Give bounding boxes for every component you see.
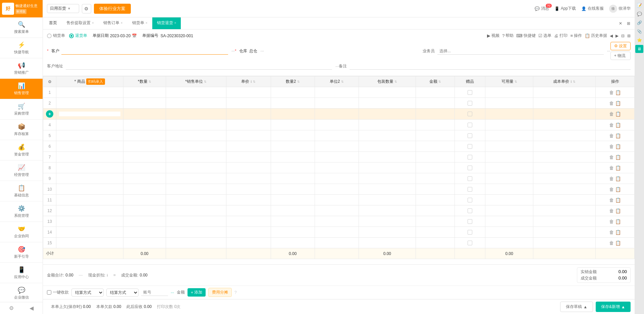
row-15-delete-icon[interactable]: 🗑: [609, 240, 614, 246]
right-toolbar-note-btn[interactable]: 📝: [635, 1, 643, 9]
row-14-sales-unit[interactable]: [166, 227, 226, 238]
sidebar-item-system[interactable]: ⚙️ 系统管理: [0, 201, 43, 222]
row-10-quantity[interactable]: [123, 184, 166, 195]
history-btn[interactable]: 📋 历史单据: [585, 33, 607, 39]
row-15-quantity[interactable]: [123, 238, 166, 248]
row-14-gift[interactable]: [455, 227, 485, 238]
qty2-sort-icon[interactable]: ⇅: [297, 80, 300, 83]
row-1-unit-price[interactable]: [226, 87, 271, 98]
logistics-side-btn[interactable]: + 物流: [610, 52, 631, 60]
row-11-gift[interactable]: [455, 195, 485, 205]
row-2-package-qty[interactable]: [359, 98, 416, 109]
row-4-sales-unit[interactable]: [166, 120, 226, 130]
customer-input[interactable]: [61, 48, 228, 55]
row-4-quantity[interactable]: [123, 120, 166, 130]
sidebar-item-search[interactable]: 🔍 搜索菜单: [0, 17, 43, 38]
gift-checkbox-14[interactable]: [468, 230, 472, 235]
row-15-sales-unit[interactable]: [166, 238, 226, 248]
sidebar-item-newbie[interactable]: 🎯 新手引导: [0, 242, 43, 263]
one-click-checkbox[interactable]: [47, 290, 51, 295]
row-3-delete-icon[interactable]: 🗑: [609, 111, 614, 117]
row-3-copy-icon[interactable]: 📋: [615, 111, 621, 117]
address-dots[interactable]: ···: [335, 64, 339, 69]
product-input-active[interactable]: [59, 112, 120, 116]
settings-side-btn[interactable]: ⚙ 设置: [610, 42, 631, 50]
row-5-amount[interactable]: [416, 130, 454, 141]
row-1-sales-unit[interactable]: [166, 87, 226, 98]
row-13-qty2[interactable]: [271, 216, 315, 227]
fee-split-button[interactable]: 费用分摊: [208, 288, 232, 297]
app-download-item[interactable]: 📱 App下载: [554, 6, 576, 11]
row-8-package-qty[interactable]: [359, 163, 416, 173]
row-13-gift[interactable]: [455, 216, 485, 227]
scan-button[interactable]: 扫码录入: [86, 78, 105, 85]
gift-checkbox-6[interactable]: [468, 144, 472, 149]
row-1-qty2[interactable]: [271, 87, 315, 98]
remark-input[interactable]: [350, 63, 631, 70]
row-5-product[interactable]: [56, 130, 123, 141]
row-8-gift[interactable]: [455, 163, 485, 173]
row-5-copy-icon[interactable]: 📋: [615, 133, 621, 138]
row-13-delete-icon[interactable]: 🗑: [609, 219, 614, 224]
tab-price-settings[interactable]: 售价提取设置 ×: [62, 17, 99, 29]
settle-method-select[interactable]: 结算方式: [71, 289, 104, 297]
row-7-sales-unit[interactable]: [166, 152, 226, 163]
sidebar-item-sales[interactable]: 📊 销售管理: [0, 79, 43, 99]
right-toolbar-attach-btn[interactable]: 📎: [635, 27, 643, 36]
notification-item[interactable]: 💬 消息 70: [535, 6, 549, 11]
row-11-quantity[interactable]: [123, 195, 166, 205]
row-3-product[interactable]: [56, 109, 123, 120]
row-2-gift[interactable]: [455, 98, 485, 109]
row-5-gift[interactable]: [455, 130, 485, 141]
row-1-copy-icon[interactable]: 📋: [615, 90, 621, 95]
row-15-gift[interactable]: [455, 238, 485, 248]
row-14-unit2[interactable]: [315, 227, 359, 238]
row-9-sales-unit[interactable]: [166, 173, 226, 184]
row-3-unit-price[interactable]: [226, 109, 271, 120]
pkg-sort-icon[interactable]: ⇅: [394, 80, 397, 83]
row-6-package-qty[interactable]: [359, 141, 416, 152]
row-1-quantity[interactable]: [123, 87, 166, 98]
row-2-amount[interactable]: [416, 98, 454, 109]
tab-home[interactable]: 首页: [44, 17, 62, 29]
save-draft-button[interactable]: 保存草稿 ▲: [560, 302, 593, 312]
tab-price-settings-close[interactable]: ×: [92, 21, 94, 25]
customer-dots[interactable]: ···: [231, 49, 235, 53]
row-2-product[interactable]: [56, 98, 123, 109]
row-11-unit2[interactable]: [315, 195, 359, 205]
video-btn[interactable]: ▶ 视频: [487, 33, 499, 39]
row-14-quantity[interactable]: [123, 227, 166, 238]
unit2-sort-icon[interactable]: ⇅: [341, 80, 344, 83]
row-5-unit2[interactable]: [315, 130, 359, 141]
row-4-amount[interactable]: [416, 120, 454, 130]
tab-sales-delivery-close[interactable]: ×: [146, 21, 148, 25]
gift-checkbox-15[interactable]: [468, 241, 472, 245]
sidebar-item-enterprise[interactable]: 🤝 企业协同: [0, 222, 43, 242]
fee-help-icon[interactable]: ?: [234, 290, 237, 295]
col-gear-icon[interactable]: ⚙: [48, 79, 52, 84]
row-7-quantity[interactable]: [123, 152, 166, 163]
avail-sort-icon[interactable]: ⇅: [515, 80, 517, 83]
row-10-package-qty[interactable]: [359, 184, 416, 195]
tab-close-all-button[interactable]: ✕: [617, 20, 624, 27]
radio-delivery[interactable]: 销货单: [47, 33, 65, 39]
row-12-product[interactable]: [56, 205, 123, 216]
row-6-qty2[interactable]: [271, 141, 315, 152]
row-10-amount[interactable]: [416, 184, 454, 195]
row-8-unit2[interactable]: [315, 163, 359, 173]
row-13-unit-price[interactable]: [226, 216, 271, 227]
row-7-package-qty[interactable]: [359, 152, 416, 163]
row-3-amount[interactable]: [416, 109, 454, 120]
sidebar-item-finance[interactable]: 💰 资金管理: [0, 140, 43, 161]
row-12-package-qty[interactable]: [359, 205, 416, 216]
row-9-product[interactable]: [56, 173, 123, 184]
row-11-unit-price[interactable]: [226, 195, 271, 205]
row-15-unit-price[interactable]: [226, 238, 271, 248]
row-11-amount[interactable]: [416, 195, 454, 205]
sidebar-item-marketing[interactable]: 📢 营销推广: [0, 58, 43, 79]
gift-checkbox-13[interactable]: [468, 219, 472, 224]
industry-select[interactable]: 日用百货 ▼: [47, 4, 79, 13]
row-14-product[interactable]: [56, 227, 123, 238]
row-13-sales-unit[interactable]: [166, 216, 226, 227]
radio-return[interactable]: 退货单: [69, 33, 87, 39]
